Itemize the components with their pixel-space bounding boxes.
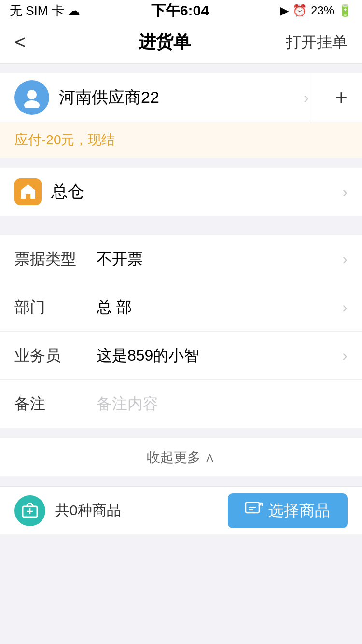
supplier-chevron-icon: › (304, 89, 309, 107)
warehouse-icon (14, 178, 42, 205)
invoice-type-label: 票据类型 (14, 249, 92, 270)
department-chevron-icon: › (342, 298, 348, 316)
product-count: 共0种商品 (55, 501, 228, 520)
remark-input[interactable]: 备注内容 (92, 393, 348, 415)
add-supplier-button[interactable]: + (309, 73, 348, 122)
section-gap-2 (0, 158, 362, 168)
salesperson-label: 业务员 (14, 345, 92, 366)
avatar-icon (21, 87, 42, 108)
invoice-type-value: 不开票 (92, 249, 337, 270)
status-right: ▶ ⏰ 23% 🔋 (280, 4, 352, 17)
section-gap-3 (0, 216, 362, 225)
warehouse-chevron-icon: › (342, 183, 348, 201)
section-gap-1 (0, 64, 362, 73)
remark-label: 备注 (14, 393, 92, 415)
select-product-button[interactable]: 选择商品 (228, 493, 348, 528)
notice-bar: 应付-20元，现结 (0, 122, 362, 158)
cart-icon (21, 502, 39, 520)
product-icon (14, 495, 45, 526)
house-icon (20, 183, 36, 200)
supplier-section: 河南供应商22 › + (0, 73, 362, 122)
status-left: 无 SIM 卡 ☁ (10, 2, 80, 19)
invoice-type-row[interactable]: 票据类型 不开票 › (0, 235, 362, 283)
collapse-text: 收起更多 ∧ (147, 448, 216, 467)
salesperson-chevron-icon: › (342, 347, 348, 364)
plus-icon: + (335, 85, 348, 110)
alarm-icon: ⏰ (292, 4, 307, 17)
salesperson-row[interactable]: 业务员 这是859的小智 › (0, 332, 362, 380)
select-product-label: 选择商品 (268, 500, 330, 521)
invoice-type-chevron-icon: › (342, 250, 348, 268)
page-title: 进货单 (139, 30, 191, 54)
warehouse-name: 总仓 (51, 181, 337, 203)
select-product-icon (245, 502, 263, 520)
battery-icon: 🔋 (338, 4, 352, 17)
supplier-row[interactable]: 河南供应商22 › (14, 73, 309, 122)
location-icon: ▶ (280, 4, 289, 17)
svg-marker-2 (21, 184, 35, 199)
main-content: 河南供应商22 › + 应付-20元，现结 总仓 › 票据类型 不开票 › 部门… (0, 64, 362, 644)
svg-point-0 (27, 90, 37, 99)
battery-text: 23% (311, 4, 334, 17)
salesperson-value: 这是859的小智 (92, 345, 337, 366)
nav-bar: < 进货单 打开挂单 (0, 21, 362, 64)
warehouse-section[interactable]: 总仓 › (0, 168, 362, 216)
open-pending-button[interactable]: 打开挂单 (286, 32, 348, 53)
status-time: 下午6:04 (151, 1, 209, 21)
back-button[interactable]: < (14, 31, 43, 53)
remark-row[interactable]: 备注 备注内容 (0, 380, 362, 428)
signal-text: 无 SIM 卡 ☁ (10, 2, 80, 19)
bottom-bar: 共0种商品 选择商品 (0, 486, 362, 534)
department-row[interactable]: 部门 总 部 › (0, 283, 362, 332)
status-bar: 无 SIM 卡 ☁ 下午6:04 ▶ ⏰ 23% 🔋 (0, 0, 362, 21)
form-section: 票据类型 不开票 › 部门 总 部 › 业务员 这是859的小智 › 备注 备注… (0, 235, 362, 428)
notice-text: 应付-20元，现结 (14, 132, 115, 147)
supplier-avatar (14, 80, 49, 115)
supplier-name: 河南供应商22 (59, 86, 299, 109)
collapse-bar[interactable]: 收起更多 ∧ (0, 438, 362, 476)
svg-point-1 (24, 100, 40, 108)
department-label: 部门 (14, 297, 92, 318)
department-value: 总 部 (92, 297, 337, 318)
